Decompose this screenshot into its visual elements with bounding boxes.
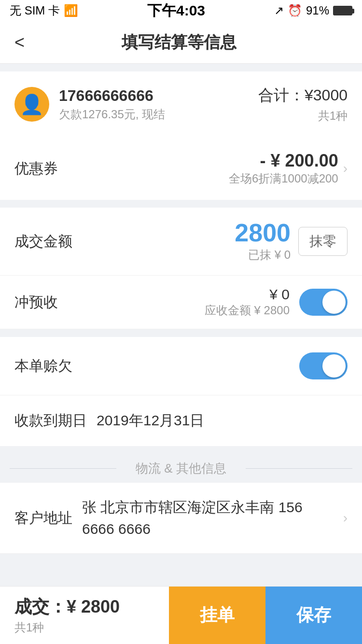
prepayment-row: 冲预收 ¥ 0 应收金额 ¥ 2800 bbox=[0, 276, 362, 329]
logistics-line-right bbox=[246, 468, 352, 469]
status-bar: 无 SIM 卡 📶 下午4:03 ↗ ⏰ 91% bbox=[0, 0, 362, 21]
discount-sub: 全场6折满1000减200 bbox=[229, 171, 338, 186]
coupon-value-wrap: - ¥ 200.00 全场6折满1000减200 bbox=[58, 151, 338, 186]
pending-button[interactable]: 挂单 bbox=[169, 587, 265, 644]
coupon-chevron-icon: › bbox=[343, 161, 348, 176]
total-amount: 合计：¥3000 bbox=[258, 85, 348, 106]
logistics-label: 物流 & 其他信息 bbox=[136, 460, 226, 477]
carrier-text: 无 SIM 卡 bbox=[10, 3, 60, 18]
round-button[interactable]: 抹零 bbox=[298, 227, 348, 256]
due-date-label: 收款到期日 bbox=[14, 411, 87, 431]
deal-rounded-sub: 已抹 ¥ 0 bbox=[248, 247, 291, 263]
battery-icon bbox=[333, 6, 352, 15]
battery-text: 91% bbox=[306, 4, 329, 17]
section-divider-1 bbox=[0, 200, 362, 208]
deal-number: 2800 bbox=[235, 220, 291, 245]
back-button[interactable]: < bbox=[14, 28, 34, 57]
save-button[interactable]: 保存 bbox=[265, 587, 362, 644]
total-label: 合计： bbox=[258, 86, 305, 104]
coupon-label: 优惠券 bbox=[14, 159, 58, 179]
address-label: 客户地址 bbox=[14, 508, 72, 528]
discount-amount: - ¥ 200.00 bbox=[260, 151, 338, 171]
prepay-toggle[interactable] bbox=[299, 289, 348, 316]
page-title: 填写结算等信息 bbox=[34, 31, 323, 54]
gps-icon: ↗ bbox=[274, 4, 284, 17]
logistics-section-header: 物流 & 其他信息 bbox=[0, 454, 362, 483]
deal-amount-label: 成交金额 bbox=[14, 232, 72, 252]
address-row[interactable]: 客户地址 张 北京市市辖区海淀区永丰南 156 6666 6666 › bbox=[0, 483, 362, 554]
prepay-amount: ¥ 0 bbox=[269, 286, 290, 303]
deal-value-wrap: 2800 已抹 ¥ 0 bbox=[72, 220, 291, 263]
address-chevron-icon: › bbox=[343, 510, 348, 526]
bottom-deal-label: 成交： bbox=[14, 597, 67, 616]
avatar: 👤 bbox=[14, 87, 49, 122]
customer-debt: 欠款1276.35元, 现结 bbox=[59, 107, 258, 122]
deal-amount-row: 成交金额 2800 已抹 ¥ 0 抹零 bbox=[0, 208, 362, 276]
status-left: 无 SIM 卡 📶 bbox=[10, 3, 78, 18]
total-count: 共1种 bbox=[258, 108, 348, 124]
debit-toggle[interactable] bbox=[299, 352, 348, 379]
customer-phone: 17666666666 bbox=[59, 87, 258, 105]
alarm-icon: ⏰ bbox=[288, 4, 302, 17]
bottom-count: 共1种 bbox=[14, 620, 154, 635]
due-date-row: 收款到期日 2019年12月31日 bbox=[0, 395, 362, 446]
bottom-bar: 成交：¥ 2800 共1种 挂单 保存 bbox=[0, 586, 362, 644]
logistics-line-left bbox=[10, 468, 116, 469]
wifi-icon: 📶 bbox=[64, 4, 78, 17]
customer-info: 17666666666 欠款1276.35元, 现结 bbox=[59, 87, 258, 122]
prepay-sub: 应收金额 ¥ 2800 bbox=[205, 303, 290, 318]
section-divider-2 bbox=[0, 329, 362, 337]
bottom-summary: 成交：¥ 2800 共1种 bbox=[0, 595, 169, 635]
debit-label: 本单赊欠 bbox=[14, 356, 299, 376]
prepay-right: ¥ 0 应收金额 ¥ 2800 bbox=[58, 286, 348, 318]
debit-row: 本单赊欠 bbox=[0, 337, 362, 395]
prepay-value-wrap: ¥ 0 应收金额 ¥ 2800 bbox=[205, 286, 290, 318]
coupon-section: 优惠券 - ¥ 200.00 全场6折满1000减200 › bbox=[0, 137, 362, 200]
coupon-row[interactable]: 优惠券 - ¥ 200.00 全场6折满1000减200 › bbox=[0, 137, 362, 200]
customer-card: 👤 17666666666 欠款1276.35元, 现结 合计：¥3000 共1… bbox=[0, 71, 362, 137]
prepay-label: 冲预收 bbox=[14, 293, 58, 312]
due-date-value: 2019年12月31日 bbox=[97, 411, 204, 431]
address-value: 张 北京市市辖区海淀区永丰南 156 6666 6666 bbox=[82, 496, 338, 540]
status-time: 下午4:03 bbox=[147, 1, 205, 21]
bottom-deal-amount: ¥ 2800 bbox=[67, 597, 120, 616]
nav-bar: < 填写结算等信息 bbox=[0, 21, 362, 64]
bottom-deal-text: 成交：¥ 2800 bbox=[14, 595, 154, 619]
customer-total: 合计：¥3000 共1种 bbox=[258, 85, 348, 124]
avatar-icon: 👤 bbox=[20, 93, 44, 116]
status-right: ↗ ⏰ 91% bbox=[274, 4, 352, 17]
total-value: ¥3000 bbox=[305, 86, 348, 104]
